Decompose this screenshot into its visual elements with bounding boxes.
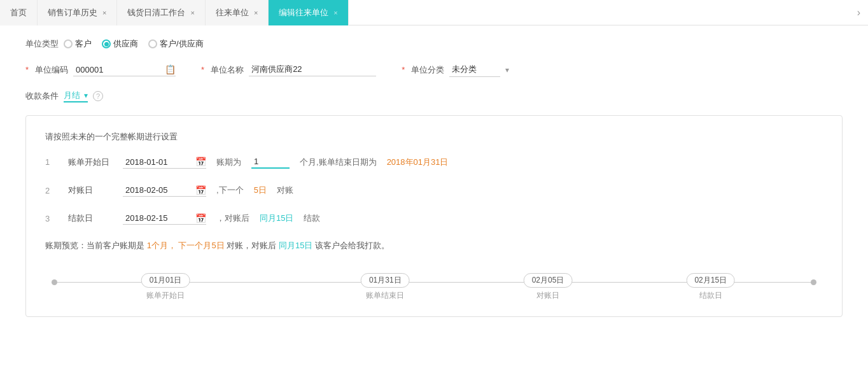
payment-dropdown-arrow[interactable]: ▾ <box>84 91 88 100</box>
preview-part5: 该客户会给我打款。 <box>315 241 389 250</box>
unit-code-label: 单位编码 <box>35 64 68 76</box>
timeline-nodes-row: 01月01日 账单开始日 01月31日 账单结束日 02月05日 对账日 02月… <box>52 273 816 301</box>
payment-row: 收款条件 月结 ▾ ? <box>25 90 843 102</box>
tab-partners-label: 往来单位 <box>216 7 249 18</box>
payment-condition-group: 收款条件 月结 ▾ ? <box>25 90 103 102</box>
timeline-badge-3: 02月05日 <box>524 273 573 288</box>
unit-name-required: * <box>201 65 204 74</box>
timeline-label-3: 对账日 <box>536 290 559 301</box>
radio-customer-circle <box>64 39 73 48</box>
payment-help-icon[interactable]: ? <box>93 91 103 101</box>
tab-sales-history[interactable]: 销售订单历史 × <box>38 0 117 25</box>
tab-home[interactable]: 首页 <box>0 0 38 25</box>
unit-category-label: 单位分类 <box>411 64 444 76</box>
unit-code-input[interactable] <box>73 64 162 76</box>
period-box: 请按照未来的一个完整帐期进行设置 1 账单开始日 📅 账期为 个月,账单结束日期… <box>25 115 843 317</box>
timeline-badge-4: 02月15日 <box>686 273 735 288</box>
timeline-label-4: 结款日 <box>699 290 722 301</box>
period-row-1-label: 账单开始日 <box>68 157 113 168</box>
period-row-1-suffix2: 个月,账单结束日期为 <box>300 157 377 168</box>
period-row-3-num: 3 <box>45 214 58 223</box>
period-row-3-suffix: 结款 <box>304 213 320 224</box>
tab-partners[interactable]: 往来单位 × <box>206 0 269 25</box>
timeline-badge-1: 01月01日 <box>141 273 190 288</box>
unit-code-input-wrapper: 📋 <box>73 64 176 76</box>
period-row-2-num: 2 <box>45 186 58 195</box>
tab-home-label: 首页 <box>10 7 27 18</box>
timeline-node-4: 02月15日 结款日 <box>686 273 735 301</box>
unit-type-radio-group: 客户 供应商 客户/供应商 <box>64 38 204 50</box>
unit-code-icon[interactable]: 📋 <box>165 64 176 74</box>
period-row-2: 2 对账日 📅 ,下一个 5日 对账 <box>45 184 823 197</box>
period-payment-date-input[interactable] <box>123 212 193 224</box>
period-payment-calendar-icon[interactable]: 📅 <box>195 213 206 223</box>
period-start-calendar-icon[interactable]: 📅 <box>195 157 206 167</box>
radio-customer[interactable]: 客户 <box>64 38 92 50</box>
period-reconcile-highlight: 5日 <box>254 185 267 196</box>
preview-part2: 下一个月5日 <box>178 241 224 250</box>
radio-both[interactable]: 客户/供应商 <box>148 38 204 50</box>
tab-sales-history-close[interactable]: × <box>102 9 106 17</box>
timeline: 01月01日 账单开始日 01月31日 账单结束日 02月05日 对账日 02月… <box>45 273 823 301</box>
timeline-badge-2: 01月31日 <box>361 273 410 288</box>
unit-category-value: 未分类 <box>449 62 500 77</box>
unit-type-group: 单位类型 客户 供应商 客户/供应商 <box>25 38 204 50</box>
unit-name-input[interactable] <box>249 64 376 76</box>
period-row-1-num: 1 <box>45 157 58 167</box>
timeline-label-2: 账单结束日 <box>366 290 404 301</box>
tab-partners-close[interactable]: × <box>254 9 258 17</box>
unit-category-group: * 单位分类 未分类 ▾ <box>402 62 509 77</box>
radio-supplier-circle <box>102 39 111 48</box>
tab-edit-partner-label: 编辑往来单位 <box>279 7 328 18</box>
period-payment-highlight: 同月15日 <box>260 213 293 224</box>
period-row-2-suffix: 对账 <box>277 185 293 196</box>
period-reconcile-calendar-icon[interactable]: 📅 <box>195 185 206 195</box>
unit-type-label: 单位类型 <box>25 38 59 50</box>
timeline-node-1: 01月01日 账单开始日 <box>141 273 190 301</box>
period-reconcile-date-input[interactable] <box>123 184 193 196</box>
unit-info-row: * 单位编码 📋 * 单位名称 * 单位分类 未分类 ▾ <box>25 62 843 77</box>
period-end-date-highlight: 2018年01月31日 <box>387 157 449 168</box>
preview-part1: 1个月， <box>147 241 176 250</box>
tab-edit-partner-close[interactable]: × <box>333 9 337 17</box>
tab-cash-desk[interactable]: 钱货日清工作台 × <box>117 0 205 25</box>
radio-both-circle <box>148 39 157 48</box>
preview-text: 账期预览：当前客户账期是 1个月， 下一个月5日 对账，对账后 同月15日 该客… <box>45 240 823 251</box>
tab-edit-partner[interactable]: 编辑往来单位 × <box>269 0 348 25</box>
tab-sales-history-label: 销售订单历史 <box>48 7 97 18</box>
tab-cash-desk-close[interactable]: × <box>190 9 194 17</box>
period-title: 请按照未来的一个完整帐期进行设置 <box>45 131 823 143</box>
unit-category-dropdown[interactable]: ▾ <box>505 66 509 74</box>
period-row-1: 1 账单开始日 📅 账期为 个月,账单结束日期为 2018年01月31日 <box>45 155 823 169</box>
period-month-input[interactable] <box>251 155 290 169</box>
tab-cash-desk-label: 钱货日清工作台 <box>127 7 185 18</box>
timeline-label-1: 账单开始日 <box>146 290 185 301</box>
unit-name-group: * 单位名称 <box>201 64 376 76</box>
unit-code-required: * <box>25 65 29 74</box>
main-content: 单位类型 客户 供应商 客户/供应商 * 单位编码 <box>0 25 868 387</box>
period-row-2-label: 对账日 <box>68 185 113 196</box>
payment-condition-value: 月结 <box>64 90 80 101</box>
period-row-3-label: 结款日 <box>68 213 113 224</box>
timeline-node-2: 01月31日 账单结束日 <box>361 273 410 301</box>
period-row-1-suffix: 账期为 <box>216 157 241 168</box>
payment-select-wrapper[interactable]: 月结 ▾ <box>64 90 88 102</box>
tabs-more-arrow[interactable]: › <box>850 7 868 18</box>
period-start-date-input[interactable] <box>123 156 193 168</box>
period-row-3: 3 结款日 📅 ，对账后 同月15日 结款 <box>45 212 823 225</box>
period-start-date-wrapper: 📅 <box>123 156 206 169</box>
radio-both-label: 客户/供应商 <box>160 38 204 50</box>
preview-section: 账期预览：当前客户账期是 1个月， 下一个月5日 对账，对账后 同月15日 该客… <box>45 240 823 273</box>
unit-type-row: 单位类型 客户 供应商 客户/供应商 <box>25 38 843 50</box>
timeline-node-3: 02月05日 对账日 <box>524 273 573 301</box>
radio-supplier[interactable]: 供应商 <box>102 38 138 50</box>
period-reconcile-date-wrapper: 📅 <box>123 184 206 197</box>
preview-label: 账期预览：当前客户账期是 <box>45 241 144 250</box>
period-payment-date-wrapper: 📅 <box>123 212 206 225</box>
unit-code-group: * 单位编码 📋 <box>25 64 176 76</box>
unit-name-label: 单位名称 <box>211 64 244 76</box>
tabs-bar: 首页 销售订单历史 × 钱货日清工作台 × 往来单位 × 编辑往来单位 × › <box>0 0 868 25</box>
period-row-2-prefix: ,下一个 <box>216 185 244 196</box>
radio-supplier-label: 供应商 <box>113 38 138 50</box>
payment-condition-label: 收款条件 <box>25 90 59 102</box>
